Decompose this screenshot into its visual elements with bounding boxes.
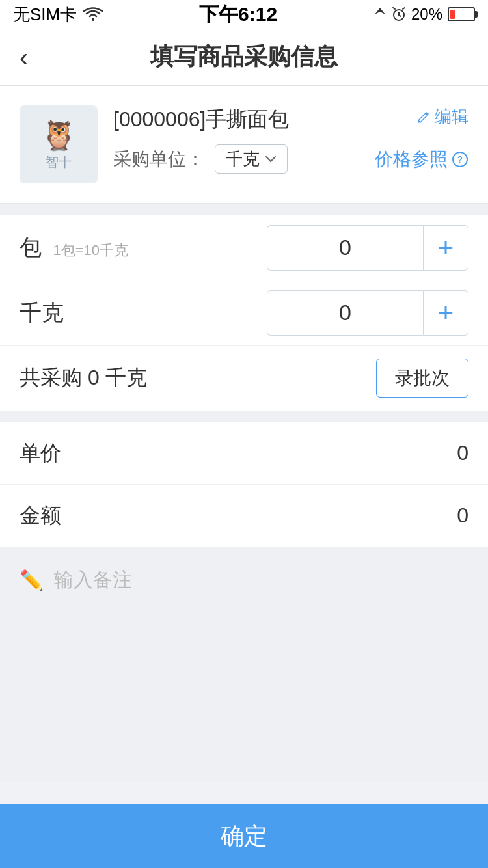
- amount-label: 金额: [20, 502, 61, 530]
- price-ref-label: 价格参照: [375, 147, 448, 172]
- amount-row: 金额 0: [0, 485, 488, 547]
- bag-label-text: 包: [20, 235, 42, 260]
- carrier-text: 无SIM卡: [13, 3, 77, 26]
- unit-value: 千克: [226, 148, 260, 170]
- edit-button[interactable]: 编辑: [416, 105, 468, 128]
- bag-row: 包 1包=10千克 0 +: [0, 215, 488, 280]
- unit-price-row: 单价 0: [0, 422, 488, 485]
- unit-label: 采购单位：: [113, 147, 204, 172]
- product-card: 🦉 智十 [0000006]手撕面包 编辑 采购单位： 千克: [0, 86, 488, 204]
- confirm-button[interactable]: 确定: [0, 804, 488, 868]
- kg-quantity-display[interactable]: 0: [267, 290, 423, 336]
- back-button[interactable]: ‹: [20, 44, 28, 70]
- price-section: 单价 0 金额 0: [0, 422, 488, 547]
- bag-quantity-display[interactable]: 0: [267, 225, 423, 271]
- status-bar: 无SIM卡 下午6:12 20%: [0, 0, 488, 29]
- brand-owl-icon: 🦉: [41, 118, 77, 152]
- status-carrier: 无SIM卡: [13, 3, 103, 26]
- notes-section[interactable]: ✏️ 输入备注: [0, 547, 488, 613]
- unit-price-label: 单价: [20, 439, 61, 468]
- kg-plus-button[interactable]: +: [423, 290, 468, 336]
- pencil-icon: ✏️: [20, 569, 44, 591]
- svg-line-4: [393, 8, 395, 9]
- price-reference-button[interactable]: 价格参照 ?: [375, 147, 468, 172]
- kg-label: 千克: [20, 298, 85, 328]
- svg-marker-0: [375, 8, 385, 14]
- bag-label: 包 1包=10千克: [20, 233, 128, 263]
- product-unit-row: 采购单位： 千克 价格参照 ?: [113, 144, 468, 174]
- brand-label: 智十: [46, 154, 72, 171]
- product-name: [0000006]手撕面包: [113, 105, 289, 134]
- total-row: 共采购 0 千克 录批次: [0, 346, 488, 411]
- kg-row: 千克 0 +: [0, 280, 488, 346]
- total-label: 共采购 0 千克: [20, 364, 147, 392]
- battery-pct: 20%: [411, 5, 442, 23]
- edit-icon: [416, 110, 431, 124]
- wifi-icon: [83, 7, 103, 21]
- bag-plus-button[interactable]: +: [423, 225, 468, 271]
- bag-sub-label: 1包=10千克: [53, 242, 128, 258]
- unit-price-value: 0: [457, 441, 468, 465]
- svg-line-3: [399, 15, 401, 16]
- section-divider-2: [0, 411, 488, 422]
- section-divider-1: [0, 204, 488, 215]
- kg-input-area: 0 +: [85, 290, 468, 336]
- product-info: [0000006]手撕面包 编辑 采购单位： 千克 价格参照: [113, 105, 468, 174]
- status-time: 下午6:12: [199, 1, 277, 28]
- product-header: [0000006]手撕面包 编辑: [113, 105, 468, 134]
- bottom-fill-area: [0, 613, 488, 782]
- bag-input-area: 0 +: [128, 225, 468, 271]
- batch-button[interactable]: 录批次: [376, 359, 468, 398]
- nav-bar: ‹ 填写商品采购信息: [0, 29, 488, 86]
- alarm-icon: [392, 7, 406, 21]
- page-title: 填写商品采购信息: [150, 41, 338, 73]
- notes-placeholder: 输入备注: [54, 567, 132, 593]
- battery-icon: [448, 7, 475, 21]
- location-icon: [373, 7, 386, 22]
- svg-text:?: ?: [457, 154, 463, 165]
- status-right: 20%: [373, 5, 475, 23]
- chevron-down-icon: [265, 156, 277, 163]
- edit-label: 编辑: [435, 105, 468, 128]
- svg-line-5: [403, 8, 405, 9]
- info-icon: ?: [452, 151, 468, 168]
- unit-selector[interactable]: 千克: [215, 144, 288, 174]
- form-section: 包 1包=10千克 0 + 千克 0 +: [0, 215, 488, 346]
- amount-value: 0: [457, 504, 468, 528]
- product-thumbnail: 🦉 智十: [20, 105, 98, 183]
